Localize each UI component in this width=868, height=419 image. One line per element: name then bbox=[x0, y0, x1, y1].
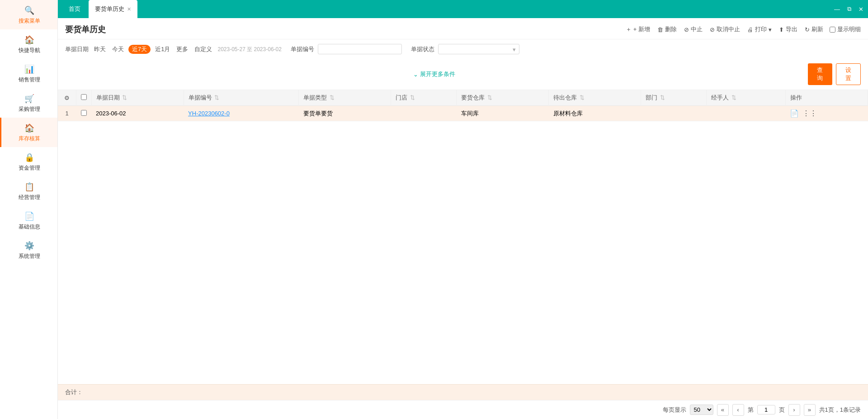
more-icon[interactable]: ⋮⋮ bbox=[802, 109, 817, 118]
col-store[interactable]: 门店 ⇅ bbox=[391, 90, 457, 106]
sort-doc-no-icon: ⇅ bbox=[214, 94, 219, 101]
expand-icon: ⌄ bbox=[413, 71, 418, 78]
doc-no-link[interactable]: YH-20230602-0 bbox=[188, 110, 230, 117]
date-shortcut-custom[interactable]: 自定义 bbox=[193, 45, 214, 54]
page-title: 要货单历史 bbox=[65, 24, 106, 35]
export-label: 导出 bbox=[786, 25, 797, 33]
tab-home-label: 首页 bbox=[69, 5, 80, 13]
cancel-stop-button[interactable]: ⊘ 取消中止 bbox=[709, 24, 741, 35]
sidebar-item-search-menu[interactable]: 🔍 搜索菜单 bbox=[0, 0, 57, 29]
page-suffix: 页 bbox=[779, 406, 785, 414]
sidebar-item-label: 资金管理 bbox=[19, 164, 40, 172]
date-shortcut-more[interactable]: 更多 bbox=[175, 45, 190, 54]
per-page-select[interactable]: 50 20 100 bbox=[690, 405, 713, 415]
print-button[interactable]: 🖨 打印 ▾ bbox=[746, 24, 773, 35]
date-shortcut-7days[interactable]: 近7天 bbox=[128, 45, 151, 54]
tab-close-icon[interactable]: ✕ bbox=[127, 6, 131, 12]
col-pending-warehouse[interactable]: 待出仓库 ⇅ bbox=[549, 90, 641, 106]
fund-icon: 🔒 bbox=[24, 152, 34, 162]
prev-page-button[interactable]: ‹ bbox=[732, 404, 744, 416]
sidebar-item-label: 基础信息 bbox=[19, 223, 40, 231]
date-range-display: 2023-05-27 至 2023-06-02 bbox=[217, 46, 281, 53]
sidebar-item-basic[interactable]: 📄 基础信息 bbox=[0, 206, 57, 235]
view-icon[interactable]: 📄 bbox=[790, 109, 799, 118]
sidebar-item-label: 库存核算 bbox=[19, 135, 40, 143]
col-checkbox bbox=[76, 90, 91, 106]
sort-req-wh-icon: ⇅ bbox=[487, 94, 492, 101]
stop-button[interactable]: ⊘ 中止 bbox=[683, 24, 703, 35]
sort-handler-icon: ⇅ bbox=[731, 94, 736, 101]
sidebar-item-label: 销售管理 bbox=[19, 76, 40, 84]
setting-button[interactable]: 设置 bbox=[836, 63, 861, 85]
refresh-icon: ↻ bbox=[805, 26, 810, 33]
tab-requisition-history[interactable]: 要货单历史 ✕ bbox=[89, 0, 137, 18]
query-button[interactable]: 查询 bbox=[808, 63, 832, 85]
per-page-label: 每页显示 bbox=[663, 406, 686, 414]
new-button[interactable]: ＋ + 新增 bbox=[625, 24, 651, 35]
row-store bbox=[391, 106, 457, 121]
search-menu-icon: 🔍 bbox=[24, 5, 34, 15]
date-shortcut-yesterday[interactable]: 昨天 bbox=[92, 45, 108, 54]
col-dept[interactable]: 部门 ⇅ bbox=[641, 90, 707, 106]
col-doc-type[interactable]: 单据类型 ⇅ bbox=[299, 90, 391, 106]
next-page-button[interactable]: › bbox=[788, 404, 800, 416]
select-all-checkbox[interactable] bbox=[81, 94, 87, 100]
total-info: 共1页，1条记录 bbox=[819, 406, 861, 414]
operation-icons: 📄 ⋮⋮ bbox=[790, 109, 863, 118]
sidebar-item-sales[interactable]: 📊 销售管理 bbox=[0, 59, 57, 88]
sidebar-item-ops[interactable]: 📋 经营管理 bbox=[0, 176, 57, 206]
sidebar-item-system[interactable]: ⚙️ 系统管理 bbox=[0, 235, 57, 265]
status-select[interactable] bbox=[438, 44, 519, 54]
delete-icon: 🗑 bbox=[657, 26, 663, 33]
row-dept bbox=[641, 106, 707, 121]
last-page-button[interactable]: » bbox=[804, 404, 816, 416]
page-input[interactable] bbox=[757, 405, 775, 414]
sidebar-item-label: 经营管理 bbox=[19, 194, 40, 201]
quick-nav-icon: 🏠 bbox=[24, 35, 34, 45]
date-shortcuts: 昨天 今天 近7天 近1月 更多 自定义 bbox=[92, 45, 214, 54]
delete-label: 删除 bbox=[665, 25, 677, 33]
show-detail-toggle[interactable]: 显示明细 bbox=[830, 25, 861, 33]
doc-no-input[interactable] bbox=[318, 44, 402, 54]
row-checkbox[interactable] bbox=[81, 110, 87, 116]
purchase-icon: 🛒 bbox=[24, 94, 34, 104]
tab-home[interactable]: 首页 bbox=[62, 0, 87, 18]
inventory-icon: 🏠 bbox=[24, 123, 34, 133]
sidebar-item-fund[interactable]: 🔒 资金管理 bbox=[0, 147, 57, 176]
refresh-button[interactable]: ↻ 刷新 bbox=[804, 24, 824, 35]
sidebar-item-purchase[interactable]: 🛒 采购管理 bbox=[0, 88, 57, 118]
pagination-bar: 每页显示 50 20 100 « ‹ 第 页 › » 共1页，1条记录 bbox=[58, 400, 868, 419]
delete-button[interactable]: 🗑 删除 bbox=[656, 24, 678, 35]
print-label: 打印 bbox=[755, 25, 767, 33]
show-detail-checkbox[interactable] bbox=[830, 27, 835, 33]
sidebar-item-inventory[interactable]: 🏠 库存核算 bbox=[0, 118, 57, 147]
export-button[interactable]: ⬆ 导出 bbox=[778, 24, 798, 35]
table-container: ⚙ 单据日期 ⇅ 单据编号 ⇅ 单据类型 bbox=[58, 90, 868, 384]
row-pending-warehouse: 原材料仓库 bbox=[549, 106, 641, 121]
date-shortcut-today[interactable]: 今天 bbox=[110, 45, 126, 54]
sidebar-item-quick-nav[interactable]: 🏠 快捷导航 bbox=[0, 29, 57, 59]
refresh-label: 刷新 bbox=[811, 25, 823, 33]
sort-doc-date-icon: ⇅ bbox=[122, 94, 127, 101]
summary-label: 合计： bbox=[65, 388, 83, 396]
row-doc-no: YH-20230602-0 bbox=[184, 106, 299, 121]
window-close[interactable]: ✕ bbox=[859, 6, 863, 13]
col-settings[interactable]: ⚙ bbox=[58, 90, 76, 106]
topbar: 首页 要货单历史 ✕ — ⧉ ✕ bbox=[58, 0, 868, 18]
tab-requisition-label: 要货单历史 bbox=[95, 5, 124, 13]
col-req-warehouse[interactable]: 要货仓库 ⇅ bbox=[457, 90, 549, 106]
sort-doc-type-icon: ⇅ bbox=[330, 94, 335, 101]
col-doc-date[interactable]: 单据日期 ⇅ bbox=[91, 90, 184, 106]
col-doc-no[interactable]: 单据编号 ⇅ bbox=[184, 90, 299, 106]
expand-more-btn[interactable]: ⌄ 展开更多条件 bbox=[65, 69, 803, 79]
date-shortcut-1month[interactable]: 近1月 bbox=[153, 45, 172, 54]
basic-icon: 📄 bbox=[24, 211, 34, 221]
show-detail-label: 显示明细 bbox=[837, 25, 861, 33]
window-restore[interactable]: ⧉ bbox=[847, 5, 851, 13]
expand-label: 展开更多条件 bbox=[420, 70, 455, 78]
filter-bar: 单据日期 昨天 今天 近7天 近1月 更多 自定义 2023-05-27 至 2… bbox=[58, 39, 868, 90]
col-handler[interactable]: 经手人 ⇅ bbox=[707, 90, 786, 106]
first-page-button[interactable]: « bbox=[717, 404, 729, 416]
window-minimize[interactable]: — bbox=[834, 6, 840, 13]
main-table: ⚙ 单据日期 ⇅ 单据编号 ⇅ 单据类型 bbox=[58, 90, 868, 121]
